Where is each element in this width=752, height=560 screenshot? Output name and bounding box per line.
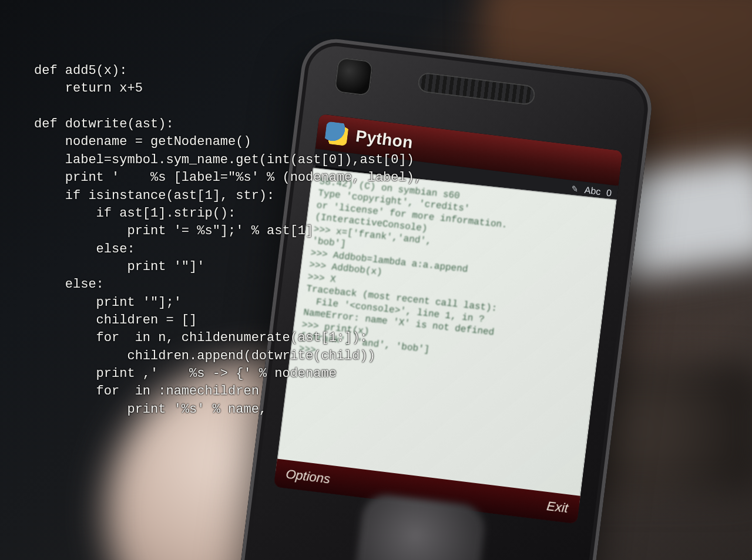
status-counter: 0: [606, 187, 612, 198]
app-title: Python: [355, 127, 414, 153]
python-console: 58.42) (C) on symbian s60 Type 'copyrigh…: [276, 168, 617, 505]
scene: Python ✎ Abc 0 58.42) (C) on symbian s60…: [0, 0, 752, 560]
pencil-icon: ✎: [571, 184, 579, 194]
softkey-options[interactable]: Options: [285, 467, 331, 487]
input-mode-label: Abc: [584, 185, 602, 197]
phone-screen: Python ✎ Abc 0 58.42) (C) on symbian s60…: [274, 114, 623, 524]
python-logo-icon: [324, 122, 349, 146]
front-camera-icon: [334, 57, 374, 96]
softkey-exit[interactable]: Exit: [546, 498, 569, 516]
phone: Python ✎ Abc 0 58.42) (C) on symbian s60…: [234, 35, 655, 560]
